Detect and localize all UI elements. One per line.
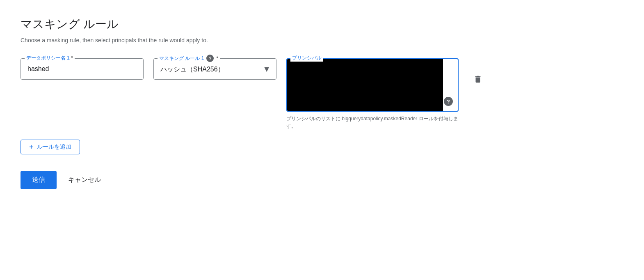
plus-icon: +: [29, 143, 34, 151]
masking-rule-label: マスキング ルール 1 ? *: [158, 55, 220, 62]
delete-rule-button[interactable]: [473, 75, 482, 84]
form-row: データポリシー名 1 * マスキング ルール 1 ? * ハッシュ（SHA256…: [21, 58, 623, 130]
masking-rule-help-icon[interactable]: ?: [206, 55, 214, 62]
add-rule-button[interactable]: + ルールを追加: [21, 140, 80, 154]
principals-input-container[interactable]: ?: [286, 58, 459, 112]
policy-name-label: データポリシー名 1 *: [25, 55, 75, 62]
principals-section: プリンシパル ? プリンシパルのリストに bigquerydatapolicy.…: [286, 58, 459, 130]
principals-field-wrapper: プリンシパル ? プリンシパルのリストに bigquerydatapolicy.…: [286, 58, 459, 130]
submit-button[interactable]: 送信: [21, 171, 57, 189]
masking-rule-field: マスキング ルール 1 ? * ハッシュ（SHA256） マスキングなし デフォ…: [153, 58, 276, 80]
policy-name-field: データポリシー名 1 *: [21, 58, 144, 80]
cancel-button[interactable]: キャンセル: [66, 171, 103, 189]
principals-label: プリンシパル: [290, 55, 323, 62]
action-row: 送信 キャンセル: [21, 171, 623, 189]
principals-black-area: [287, 59, 443, 111]
page-title: マスキング ルール: [21, 16, 623, 32]
principals-help-icon[interactable]: ?: [444, 97, 453, 106]
trash-icon: [473, 75, 482, 84]
page-subtitle: Choose a masking rule, then select princ…: [21, 37, 623, 44]
principals-help-text: プリンシパルのリストに bigquerydatapolicy.maskedRea…: [286, 115, 459, 130]
add-rule-label: ルールを追加: [37, 143, 71, 151]
